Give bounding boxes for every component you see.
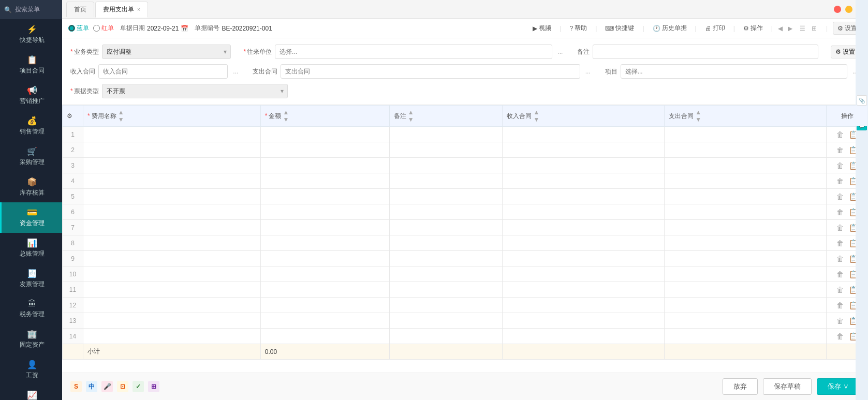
delete-row-icon[interactable]: 🗑 — [836, 161, 844, 170]
delete-row-icon[interactable]: 🗑 — [836, 332, 844, 340]
sidebar-item-inventory[interactable]: 📦库存核算 — [0, 172, 62, 202]
delete-row-icon[interactable]: 🗑 — [836, 239, 844, 247]
delete-row-icon[interactable]: 🗑 — [836, 286, 844, 294]
print-btn[interactable]: 🖨 打印 — [702, 23, 728, 34]
cell-remark[interactable] — [389, 189, 503, 204]
delete-row-icon[interactable]: 🗑 — [836, 130, 844, 139]
tab-close-expense[interactable]: × — [137, 7, 140, 12]
cell-expense-name[interactable] — [83, 235, 261, 251]
cell-expense-contract[interactable] — [665, 329, 827, 344]
cell-remark[interactable] — [389, 313, 503, 329]
cell-income-contract[interactable] — [503, 204, 665, 220]
cell-income-contract[interactable] — [503, 173, 665, 189]
cell-expense-name[interactable] — [83, 158, 261, 173]
sidebar-item-quick-nav[interactable]: ⚡快捷导航 — [0, 19, 62, 50]
cell-amount[interactable] — [260, 204, 389, 220]
cell-remark[interactable] — [389, 220, 503, 235]
cell-amount[interactable] — [260, 235, 389, 251]
cell-income-contract[interactable] — [503, 189, 665, 204]
window-minimize-btn[interactable] — [845, 6, 852, 13]
cell-amount[interactable] — [260, 142, 389, 158]
delete-row-icon[interactable]: 🗑 — [836, 317, 844, 325]
sidebar-item-project-contract[interactable]: 📋项目合同 — [0, 50, 62, 80]
cell-income-contract[interactable] — [503, 282, 665, 298]
save-draft-btn[interactable]: 保存草稿 — [763, 378, 812, 395]
cell-amount[interactable] — [260, 313, 389, 329]
project-input[interactable] — [621, 64, 847, 79]
cell-income-contract[interactable] — [503, 313, 665, 329]
cell-amount[interactable] — [260, 158, 389, 173]
cell-remark[interactable] — [389, 235, 503, 251]
cell-amount[interactable] — [260, 329, 389, 344]
sidebar-item-sales[interactable]: 💰销售管理 — [0, 111, 62, 141]
cell-expense-name[interactable] — [83, 220, 261, 235]
income-contract-more-btn[interactable]: ... — [231, 68, 240, 75]
cell-expense-contract[interactable] — [665, 204, 827, 220]
cell-amount[interactable] — [260, 298, 389, 313]
cell-income-contract[interactable] — [503, 298, 665, 313]
cell-expense-name[interactable] — [83, 251, 261, 266]
th-settings[interactable]: ⚙ — [63, 106, 83, 127]
cell-income-contract[interactable] — [503, 235, 665, 251]
cell-remark[interactable] — [389, 204, 503, 220]
cell-amount[interactable] — [260, 173, 389, 189]
brand-icon-check[interactable]: ✓ — [133, 381, 144, 392]
cell-expense-contract[interactable] — [665, 251, 827, 266]
cell-income-contract[interactable] — [503, 158, 665, 173]
brand-icon-img[interactable]: ⊡ — [117, 381, 128, 392]
cell-amount[interactable] — [260, 189, 389, 204]
cell-remark[interactable] — [389, 142, 503, 158]
tab-expense[interactable]: 费用支出单× — [95, 2, 148, 18]
cell-amount[interactable] — [260, 266, 389, 282]
calendar-icon[interactable]: 📅 — [181, 25, 188, 32]
delete-row-icon[interactable]: 🗑 — [836, 146, 844, 154]
sidebar-item-invoice[interactable]: 🧾发票管理 — [0, 263, 62, 294]
operation-btn[interactable]: ⚙ 操作 — [740, 23, 766, 34]
brand-icon-grid[interactable]: ⊞ — [148, 381, 159, 392]
cell-remark[interactable] — [389, 282, 503, 298]
sidebar-item-marketing[interactable]: 📢营销推广 — [0, 80, 62, 111]
cell-expense-contract[interactable] — [665, 235, 827, 251]
cell-expense-contract[interactable] — [665, 220, 827, 235]
cell-expense-contract[interactable] — [665, 173, 827, 189]
tab-home[interactable]: 首页 — [66, 2, 94, 17]
cell-amount[interactable] — [260, 220, 389, 235]
delete-row-icon[interactable]: 🗑 — [836, 208, 844, 216]
sidebar-search[interactable]: 🔍 搜索菜单 — [0, 0, 62, 19]
cell-remark[interactable] — [389, 251, 503, 266]
save-btn[interactable]: 保存 ∨ — [817, 378, 860, 395]
partner-more-btn[interactable]: ... — [555, 48, 565, 55]
cell-income-contract[interactable] — [503, 251, 665, 266]
shortcuts-btn[interactable]: ⌨ 快捷键 — [602, 23, 637, 34]
cell-expense-contract[interactable] — [665, 298, 827, 313]
sidebar-item-fund[interactable]: 💳资金管理 — [0, 202, 62, 233]
red-radio[interactable]: 红单 — [93, 24, 114, 33]
cell-remark[interactable] — [389, 298, 503, 313]
cell-amount[interactable] — [260, 127, 389, 142]
cell-expense-contract[interactable] — [665, 313, 827, 329]
cell-expense-contract[interactable] — [665, 189, 827, 204]
cell-amount[interactable] — [260, 251, 389, 266]
sidebar-item-payroll[interactable]: 👤工资 — [0, 354, 62, 385]
delete-row-icon[interactable]: 🗑 — [836, 224, 844, 232]
sidebar-item-fixed-assets[interactable]: 🏢固定资产 — [0, 324, 62, 354]
cell-amount[interactable] — [260, 282, 389, 298]
invoice-type-select[interactable]: 不开票 — [102, 84, 288, 98]
discard-btn[interactable]: 放弃 — [723, 378, 758, 395]
video-btn[interactable]: ▶ 视频 — [529, 23, 554, 34]
cell-expense-name[interactable] — [83, 282, 261, 298]
cell-remark[interactable] — [389, 329, 503, 344]
sidebar-item-accounting[interactable]: 📊总账管理 — [0, 233, 62, 263]
cell-expense-contract[interactable] — [665, 127, 827, 142]
cell-expense-name[interactable] — [83, 266, 261, 282]
cell-expense-name[interactable] — [83, 127, 261, 142]
cell-expense-name[interactable] — [83, 173, 261, 189]
cell-income-contract[interactable] — [503, 127, 665, 142]
right-tool-1[interactable]: 📎 — [857, 95, 867, 106]
cell-expense-contract[interactable] — [665, 282, 827, 298]
sidebar-item-procurement[interactable]: 🛒采购管理 — [0, 141, 62, 172]
cell-expense-contract[interactable] — [665, 142, 827, 158]
cell-remark[interactable] — [389, 158, 503, 173]
cell-expense-contract[interactable] — [665, 158, 827, 173]
cell-remark[interactable] — [389, 266, 503, 282]
